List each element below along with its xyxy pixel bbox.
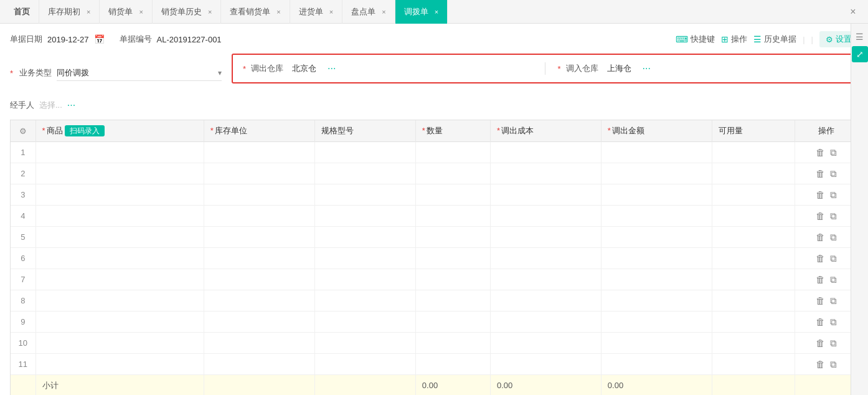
delete-icon[interactable]: 🗑: [816, 253, 825, 264]
td-spec[interactable]: [314, 142, 415, 163]
td-spec[interactable]: [314, 248, 415, 269]
td-available[interactable]: [712, 312, 795, 333]
td-unit[interactable]: [204, 184, 314, 206]
td-cost[interactable]: [490, 227, 601, 248]
td-cost[interactable]: [490, 269, 601, 290]
scan-button[interactable]: 扫码录入: [65, 125, 105, 136]
tab-inventory-check[interactable]: 盘点单 ×: [342, 0, 395, 24]
tab-sales-history[interactable]: 销货单历史 ×: [153, 0, 221, 24]
td-amount[interactable]: [601, 248, 712, 269]
delete-icon[interactable]: 🗑: [816, 189, 825, 200]
td-qty[interactable]: [415, 354, 490, 375]
shortcut-button[interactable]: ⌨ 快捷键: [676, 34, 715, 45]
window-close-button[interactable]: ×: [843, 2, 863, 22]
transfer-in-dots-button[interactable]: ···: [643, 63, 651, 74]
td-qty[interactable]: [415, 206, 490, 227]
copy-icon[interactable]: ⧉: [830, 274, 837, 285]
th-settings[interactable]: ⚙: [11, 120, 35, 142]
td-cost[interactable]: [490, 290, 601, 312]
operation-button[interactable]: ⊞ 操作: [721, 34, 747, 45]
copy-icon[interactable]: ⧉: [830, 253, 837, 264]
td-unit[interactable]: [204, 312, 314, 333]
td-spec[interactable]: [314, 206, 415, 227]
td-spec[interactable]: [314, 163, 415, 184]
td-unit[interactable]: [204, 269, 314, 290]
td-available[interactable]: [712, 333, 795, 354]
td-unit[interactable]: [204, 248, 314, 269]
tab-sales-order-close[interactable]: ×: [139, 8, 143, 16]
td-unit[interactable]: [204, 206, 314, 227]
td-available[interactable]: [712, 227, 795, 248]
copy-icon[interactable]: ⧉: [830, 295, 837, 307]
td-available[interactable]: [712, 354, 795, 375]
tab-purchase-order[interactable]: 进货单 ×: [290, 0, 342, 24]
history-button[interactable]: ☰ 历史单据: [753, 34, 796, 45]
handler-placeholder[interactable]: 选择...: [39, 100, 62, 111]
calendar-icon[interactable]: 📅: [94, 34, 105, 44]
td-available[interactable]: [712, 248, 795, 269]
td-available[interactable]: [712, 290, 795, 312]
td-cost[interactable]: [490, 312, 601, 333]
td-spec[interactable]: [314, 354, 415, 375]
tab-inventory-init[interactable]: 库存期初 ×: [39, 0, 100, 24]
td-qty[interactable]: [415, 269, 490, 290]
tab-purchase-order-close[interactable]: ×: [329, 8, 333, 16]
td-amount[interactable]: [601, 206, 712, 227]
sidebar-list-button[interactable]: ☰: [852, 29, 868, 45]
copy-icon[interactable]: ⧉: [830, 189, 837, 201]
td-available[interactable]: [712, 163, 795, 184]
td-qty[interactable]: [415, 184, 490, 206]
td-available[interactable]: [712, 206, 795, 227]
td-cost[interactable]: [490, 248, 601, 269]
td-amount[interactable]: [601, 184, 712, 206]
td-product[interactable]: [35, 312, 204, 333]
td-product[interactable]: [35, 142, 204, 163]
td-product[interactable]: [35, 206, 204, 227]
copy-icon[interactable]: ⧉: [830, 147, 837, 158]
td-qty[interactable]: [415, 142, 490, 163]
td-available[interactable]: [712, 142, 795, 163]
td-product[interactable]: [35, 354, 204, 375]
td-cost[interactable]: [490, 184, 601, 206]
td-amount[interactable]: [601, 354, 712, 375]
td-unit[interactable]: [204, 354, 314, 375]
handler-dots-button[interactable]: ···: [67, 100, 75, 111]
tab-home[interactable]: 首页: [5, 0, 39, 24]
tab-inventory-init-close[interactable]: ×: [87, 8, 90, 16]
tab-transfer-order[interactable]: 调拨单 ×: [395, 0, 448, 24]
transfer-out-dots-button[interactable]: ···: [328, 63, 336, 74]
delete-icon[interactable]: 🗑: [816, 147, 825, 158]
td-spec[interactable]: [314, 227, 415, 248]
td-qty[interactable]: [415, 163, 490, 184]
td-spec[interactable]: [314, 269, 415, 290]
td-unit[interactable]: [204, 227, 314, 248]
td-amount[interactable]: [601, 333, 712, 354]
tab-sales-history-close[interactable]: ×: [208, 8, 212, 16]
sidebar-expand-button[interactable]: ⤢: [852, 46, 868, 62]
td-cost[interactable]: [490, 354, 601, 375]
td-spec[interactable]: [314, 312, 415, 333]
td-product[interactable]: [35, 227, 204, 248]
td-product[interactable]: [35, 269, 204, 290]
td-qty[interactable]: [415, 227, 490, 248]
delete-icon[interactable]: 🗑: [816, 359, 825, 369]
delete-icon[interactable]: 🗑: [816, 168, 825, 179]
copy-icon[interactable]: ⧉: [830, 359, 837, 370]
td-qty[interactable]: [415, 333, 490, 354]
td-spec[interactable]: [314, 290, 415, 312]
td-spec[interactable]: [314, 184, 415, 206]
business-type-select[interactable]: 同价调拨 ▾: [57, 65, 222, 81]
copy-icon[interactable]: ⧉: [830, 338, 837, 349]
td-cost[interactable]: [490, 206, 601, 227]
td-unit[interactable]: [204, 163, 314, 184]
copy-icon[interactable]: ⧉: [830, 211, 837, 222]
copy-icon[interactable]: ⧉: [830, 316, 837, 328]
tab-inventory-check-close[interactable]: ×: [382, 8, 385, 16]
td-amount[interactable]: [601, 290, 712, 312]
td-amount[interactable]: [601, 269, 712, 290]
delete-icon[interactable]: 🗑: [816, 211, 825, 221]
td-amount[interactable]: [601, 163, 712, 184]
td-cost[interactable]: [490, 163, 601, 184]
td-amount[interactable]: [601, 312, 712, 333]
td-unit[interactable]: [204, 290, 314, 312]
